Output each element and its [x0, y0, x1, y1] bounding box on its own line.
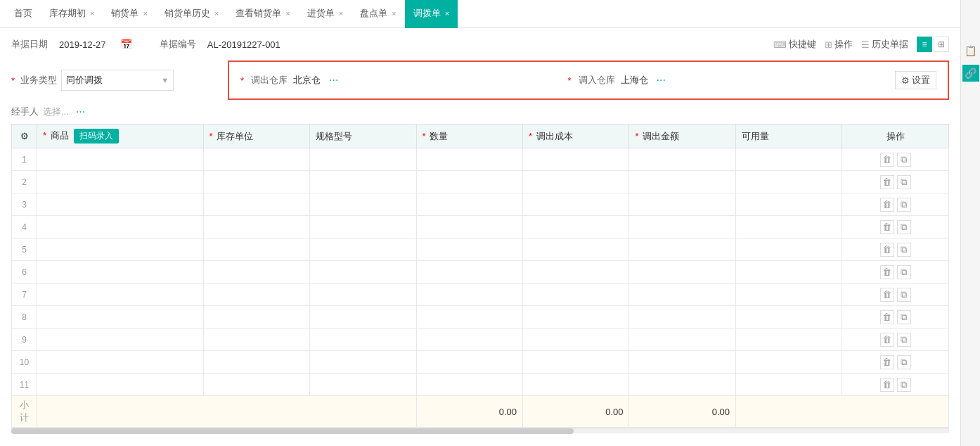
- quantity-cell-4[interactable]: [416, 216, 522, 238]
- product-cell-3[interactable]: [37, 193, 204, 216]
- gear-icon[interactable]: ⚙: [20, 131, 29, 141]
- amount-cell-1: [629, 148, 735, 171]
- delete-icon-9[interactable]: 🗑: [880, 333, 894, 347]
- tab-view-sales[interactable]: 查看销货单 ×: [227, 0, 298, 28]
- cost-cell-4[interactable]: [523, 216, 629, 238]
- handler-more-btn[interactable]: ···: [73, 106, 88, 118]
- quantity-cell-2[interactable]: [416, 171, 522, 193]
- copy-icon-9[interactable]: ⧉: [897, 333, 911, 347]
- delete-icon-3[interactable]: 🗑: [880, 198, 894, 212]
- tab-stocktake-close[interactable]: ×: [392, 9, 396, 18]
- tab-transfer-close[interactable]: ×: [445, 9, 449, 18]
- settings-button[interactable]: ⚙ 设置: [895, 71, 936, 89]
- spec-cell-6: [310, 261, 416, 283]
- handler-placeholder[interactable]: 选择...: [43, 106, 69, 118]
- delete-icon-7[interactable]: 🗑: [880, 288, 894, 302]
- scroll-thumb[interactable]: [11, 428, 574, 434]
- copy-icon-8[interactable]: ⧉: [897, 310, 911, 324]
- tab-purchase[interactable]: 进货单 ×: [299, 0, 352, 28]
- sidebar-doc-icon[interactable]: 📋: [962, 42, 979, 59]
- delete-icon-4[interactable]: 🗑: [880, 220, 894, 234]
- operate-btn[interactable]: ⊞ 操作: [825, 38, 853, 51]
- product-cell-1[interactable]: [37, 148, 204, 171]
- tab-sales-close[interactable]: ×: [143, 9, 147, 18]
- product-cell-8[interactable]: [37, 306, 204, 329]
- product-cell-11[interactable]: [37, 374, 204, 396]
- history-btn[interactable]: ☰ 历史单据: [861, 38, 908, 51]
- quantity-cell-10[interactable]: [416, 351, 522, 374]
- quantity-cell-11[interactable]: [416, 374, 522, 396]
- scan-button[interactable]: 扫码录入: [74, 129, 119, 144]
- quantity-cell-7[interactable]: [416, 283, 522, 306]
- delete-icon-8[interactable]: 🗑: [880, 310, 894, 324]
- warehouse-in-more-btn[interactable]: ···: [654, 74, 669, 87]
- cost-cell-5[interactable]: [523, 238, 629, 261]
- unit-cell-7: [203, 283, 309, 306]
- quantity-cell-5[interactable]: [416, 238, 522, 261]
- col-gear[interactable]: ⚙: [12, 125, 37, 148]
- product-cell-10[interactable]: [37, 351, 204, 374]
- quantity-cell-6[interactable]: [416, 261, 522, 283]
- copy-icon-3[interactable]: ⧉: [897, 198, 911, 212]
- tab-home[interactable]: 首页: [6, 0, 41, 28]
- cost-cell-2[interactable]: [523, 171, 629, 193]
- delete-icon-10[interactable]: 🗑: [880, 355, 894, 369]
- cost-cell-8[interactable]: [523, 306, 629, 329]
- shortcut-btn[interactable]: ⌨ 快捷键: [773, 38, 816, 51]
- product-cell-9[interactable]: [37, 329, 204, 351]
- cost-cell-6[interactable]: [523, 261, 629, 283]
- quantity-cell-8[interactable]: [416, 306, 522, 329]
- copy-icon-1[interactable]: ⧉: [897, 153, 911, 167]
- cost-cell-9[interactable]: [523, 329, 629, 351]
- product-cell-5[interactable]: [37, 238, 204, 261]
- cost-cell-7[interactable]: [523, 283, 629, 306]
- sidebar-link-icon[interactable]: 🔗: [962, 65, 979, 82]
- product-cell-6[interactable]: [37, 261, 204, 283]
- calendar-icon[interactable]: 📅: [120, 39, 132, 50]
- date-value: 2019-12-27: [59, 39, 106, 50]
- tab-inventory-init-close[interactable]: ×: [90, 9, 94, 18]
- action-icons-7: 🗑 ⧉: [848, 288, 943, 302]
- delete-icon-11[interactable]: 🗑: [880, 378, 894, 392]
- tab-view-sales-close[interactable]: ×: [285, 9, 290, 18]
- product-cell-4[interactable]: [37, 216, 204, 238]
- tab-stocktake[interactable]: 盘点单 ×: [352, 0, 404, 28]
- tab-sales[interactable]: 销货单 ×: [103, 0, 155, 28]
- layout-list-btn[interactable]: ≡: [917, 37, 932, 52]
- cost-cell-11[interactable]: [523, 374, 629, 396]
- cost-cell-1[interactable]: [523, 148, 629, 171]
- warehouse-out-more-btn[interactable]: ···: [326, 74, 341, 87]
- doc-no-value: AL-20191227-001: [207, 39, 281, 50]
- available-cell-8: [735, 306, 842, 329]
- horizontal-scrollbar[interactable]: [11, 428, 949, 433]
- available-cell-9: [735, 329, 842, 351]
- tab-sales-history[interactable]: 销货单历史 ×: [156, 0, 227, 28]
- copy-icon-11[interactable]: ⧉: [897, 378, 911, 392]
- copy-icon-10[interactable]: ⧉: [897, 355, 911, 369]
- delete-icon-1[interactable]: 🗑: [880, 153, 894, 167]
- cost-cell-10[interactable]: [523, 351, 629, 374]
- copy-icon-5[interactable]: ⧉: [897, 243, 911, 257]
- subtotal-empty: [37, 396, 417, 428]
- action-cell-1: 🗑 ⧉: [842, 148, 949, 171]
- copy-icon-2[interactable]: ⧉: [897, 175, 911, 189]
- delete-icon-6[interactable]: 🗑: [880, 265, 894, 279]
- quantity-cell-9[interactable]: [416, 329, 522, 351]
- copy-icon-6[interactable]: ⧉: [897, 265, 911, 279]
- copy-icon-4[interactable]: ⧉: [897, 220, 911, 234]
- tab-transfer[interactable]: 调拨单 ×: [405, 0, 458, 28]
- tab-inventory-init[interactable]: 库存期初 ×: [41, 0, 103, 28]
- tab-purchase-close[interactable]: ×: [339, 9, 343, 18]
- delete-icon-5[interactable]: 🗑: [880, 243, 894, 257]
- quantity-cell-1[interactable]: [416, 148, 522, 171]
- tab-sales-history-close[interactable]: ×: [214, 9, 219, 18]
- quantity-cell-3[interactable]: [416, 193, 522, 216]
- col-available-label: 可用量: [742, 131, 769, 141]
- delete-icon-2[interactable]: 🗑: [880, 175, 894, 189]
- product-cell-7[interactable]: [37, 283, 204, 306]
- layout-grid-btn[interactable]: ⊞: [934, 37, 949, 52]
- cost-cell-3[interactable]: [523, 193, 629, 216]
- copy-icon-7[interactable]: ⧉: [897, 288, 911, 302]
- business-type-select[interactable]: 同价调拨 ▼: [61, 70, 174, 91]
- product-cell-2[interactable]: [37, 171, 204, 193]
